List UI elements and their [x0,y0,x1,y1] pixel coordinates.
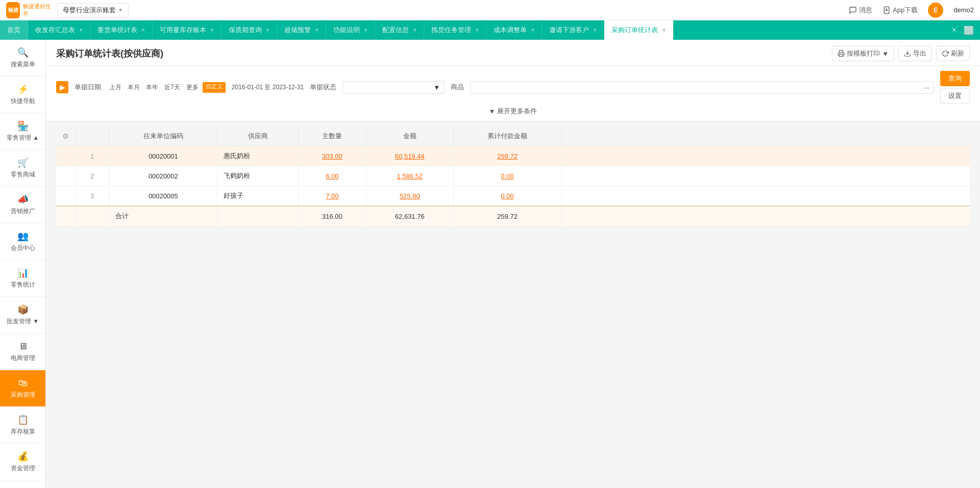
refresh-button[interactable]: 刷新 [936,46,970,61]
row-amount-cell[interactable]: 525.80 [366,186,453,207]
row-qty-link[interactable]: 7.00 [326,192,338,200]
row-paid-link[interactable]: 0.00 [501,192,513,200]
filter-goods-select[interactable]: ··· [470,81,934,94]
app-download-button[interactable]: App下载 [883,6,918,15]
tab-chengben[interactable]: 成本调整单 × [486,20,542,40]
filter-goods-label: 商品 [451,83,464,92]
tab-close-all-button[interactable]: × [950,23,959,37]
row-amount-link[interactable]: 60,519.44 [395,152,425,160]
filter-toggle-button[interactable]: ▶ [56,81,68,93]
row-qty-link[interactable]: 303.00 [322,152,342,160]
workspace-selector[interactable]: 母婴行业演示账套 ▼ [57,3,129,17]
tab-jianhuo[interactable]: 拣货任务管理 × [424,20,486,40]
export-label: 导出 [913,49,926,58]
sidebar-item-search[interactable]: 🔍 搜索菜单 [0,40,45,76]
workspace-arrow-icon: ▼ [118,7,123,13]
row-amount-cell[interactable]: 60,519.44 [366,146,453,166]
sidebar-item-inventory[interactable]: 📋 库存核算 [0,407,45,444]
tab-peizhi-label: 配置信息 [382,25,409,35]
sidebar-item-ecommerce[interactable]: 🖥 电商管理 [0,333,45,370]
tab-chaozhu[interactable]: 超储预警 × [277,20,326,40]
shortcut-this-month[interactable]: 本月 [126,82,142,93]
sidebar-item-retailstat[interactable]: 📊 零售统计 [0,260,45,297]
filter-goods-more[interactable]: ··· [924,84,929,91]
row-qty-cell[interactable]: 303.00 [298,146,366,166]
sidebar-item-quicknav-label: 快捷导航 [11,97,35,106]
row-extra-cell [561,186,970,207]
tab-keyongliang[interactable]: 可用量库存账本 × [153,20,222,40]
shortcut-last-month[interactable]: 上月 [107,82,124,93]
table-row[interactable]: 3 00020005 好孩子 7.00 525.80 0.00 [56,186,970,207]
tab-chengben-close[interactable]: × [531,27,534,33]
sidebar-item-marketing[interactable]: 📣 营销推广 [0,187,45,223]
sidebar-item-wholesale[interactable]: 📦 批发管理 ▼ [0,297,45,333]
tab-home[interactable]: 首页 [0,20,28,40]
tab-yaoqing-label: 邀请下游客户 [549,25,589,35]
table-row[interactable]: 1 00020001 惠氏奶粉 303.00 60,519.44 259.72 [56,146,970,166]
shortcut-7days[interactable]: 近7天 [162,82,182,93]
th-rownum [76,126,109,146]
row-extra-cell [561,146,970,166]
row-qty-link[interactable]: 6.00 [326,172,338,180]
tab-baozhi-close[interactable]: × [266,27,270,33]
table-row[interactable]: 2 00020002 飞鹤奶粉 6.00 1,586.52 0.00 [56,166,970,186]
row-num-cell: 1 [76,146,109,166]
tab-yaoqing[interactable]: 邀请下游客户 × [542,20,604,40]
sidebar-item-retailshop[interactable]: 🛒 零售商城 [0,150,45,187]
row-settings-cell [56,166,76,186]
row-qty-cell[interactable]: 6.00 [298,166,366,186]
row-paid-cell[interactable]: 259.72 [453,146,561,166]
tab-jianhuo-close[interactable]: × [475,27,479,33]
row-amount-link[interactable]: 525.80 [400,192,420,200]
sidebar-item-purchase[interactable]: 🛍 采购管理 [0,370,45,407]
sidebar-item-finance[interactable]: 💰 资金管理 [0,444,45,480]
tab-yaoqing-close[interactable]: × [593,27,597,33]
tab-shoufacun-close[interactable]: × [79,27,83,33]
row-amount-cell[interactable]: 1,586.52 [366,166,453,186]
row-paid-link[interactable]: 0.00 [501,172,513,180]
sidebar-item-member[interactable]: 👥 会员中心 [0,223,45,260]
tab-yaohuo-close[interactable]: × [141,27,145,33]
user-avatar[interactable]: E [928,3,943,18]
export-icon [904,50,911,57]
row-paid-link[interactable]: 259.72 [497,152,518,160]
tab-baozhi[interactable]: 保质期查询 × [222,20,277,40]
shortcut-more[interactable]: 更多 [184,82,201,93]
tab-expand-button[interactable]: ⬜ [962,23,976,37]
filter-status-select[interactable]: ▼ [342,81,445,94]
tab-chaozhu-close[interactable]: × [315,27,318,33]
tab-peizhi[interactable]: 配置信息 × [375,20,424,40]
row-qty-cell[interactable]: 7.00 [298,186,366,207]
tab-gongneng[interactable]: 功能说明 × [326,20,375,40]
member-icon: 👥 [17,230,29,242]
row-amount-link[interactable]: 1,586.52 [397,172,423,180]
page-header: 采购订单统计表(按供应商) 按模板打印 ▼ 导出 刷新 [46,40,980,66]
th-settings[interactable]: ⚙ [56,126,76,146]
sidebar-item-wholesale-label: 批发管理 ▼ [7,318,39,326]
tab-gongneng-close[interactable]: × [364,27,368,33]
export-button[interactable]: 导出 [898,46,932,61]
user-name-label: demo2 [953,6,974,14]
expand-more-button[interactable]: ▼ 展开更多条件 [489,107,537,116]
tab-peizhi-close[interactable]: × [413,27,416,33]
row-paid-cell[interactable]: 0.00 [453,166,561,186]
tab-caigou-close[interactable]: × [662,27,666,33]
sidebar-item-quicknav[interactable]: ⚡ 快捷导航 [0,76,45,113]
query-button[interactable]: 查询 [940,71,970,86]
print-icon [838,50,845,57]
shortcut-this-year[interactable]: 本年 [144,82,160,93]
tab-shoufacun[interactable]: 收发存汇总表 × [28,20,90,40]
table-settings-icon[interactable]: ⚙ [62,132,69,140]
print-button[interactable]: 按模板打印 ▼ [832,46,894,61]
tab-keyongliang-close[interactable]: × [210,27,214,33]
th-supplier: 供应商 [217,126,298,146]
tab-chaozhu-label: 超储预警 [284,25,311,35]
sidebar-item-retail[interactable]: 🏪 零售管理 ▲ [0,113,45,150]
tab-yaohuo[interactable]: 要货单统计表 × [90,20,153,40]
sidebar-item-operation[interactable]: 📈 经营管理 [0,480,45,488]
message-button[interactable]: 消息 [849,6,872,15]
tab-caigou[interactable]: 采购订单统计表 × [604,20,673,40]
filter-expand-row: ▼ 展开更多条件 [56,104,970,116]
row-paid-cell[interactable]: 0.00 [453,186,561,207]
settings-button[interactable]: 设置 [940,88,970,104]
